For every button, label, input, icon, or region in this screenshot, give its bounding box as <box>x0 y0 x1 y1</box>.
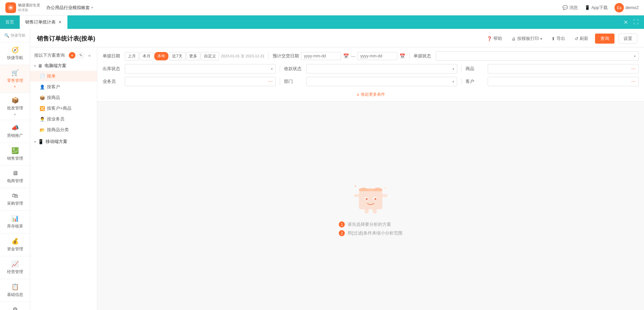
ship-state-group: 出库状态 ▾ <box>103 64 276 73</box>
purchase-label: 采购管理 <box>7 201 23 206</box>
retail-label: 零售管理 <box>7 78 23 84</box>
sidebar-item-sales[interactable]: 💹 销售管理 <box>0 143 30 166</box>
top-bar-right: 💬 消息 📱 App下载 Ea demo2 <box>562 3 639 12</box>
product-icon: 📦 <box>40 95 45 100</box>
divider-4 <box>461 65 462 72</box>
print-arrow-icon: ▾ <box>540 37 542 41</box>
empty-tip-1: 1 请先选择要分析的方案 <box>339 221 402 227</box>
refresh-icon: ↺ <box>575 36 578 41</box>
scheme-group-mobile-header[interactable]: ▾ 📱 移动端方案 <box>30 137 97 147</box>
ecommerce-icon: 🖥 <box>12 170 18 177</box>
right-panel: 单据日期 上月 本月 本年 近7天 更多 自定义 2023-01-01 至 20… <box>97 47 644 310</box>
by-customer-label: 按客户 <box>47 84 60 90</box>
scheme-group-pc-header[interactable]: ▾ 🖥 电脑端方案 <box>30 61 97 71</box>
basic-icon: 📋 <box>11 283 19 291</box>
help-btn[interactable]: ❓ 帮助 <box>484 34 505 43</box>
expected-date-start[interactable] <box>301 52 341 60</box>
category-icon: 📂 <box>40 127 45 133</box>
sidebar-item-shortcut[interactable]: 🧭 快捷导航 <box>0 42 30 65</box>
date-7days-btn[interactable]: 近7天 <box>169 52 185 60</box>
date-more-btn[interactable]: 更多 <box>186 52 200 60</box>
customer-label: 客户 <box>466 79 486 85</box>
retail-arrow: ▾ <box>14 85 16 88</box>
scheme-item-by-product[interactable]: 📦 按商品 <box>30 92 97 103</box>
scheme-edit-btn[interactable]: ✎ <box>77 52 84 59</box>
wholesale-label: 批发管理 <box>7 105 23 111</box>
scheme-item-by-customer-product[interactable]: 🔀 按客户+商品 <box>30 103 97 114</box>
export-btn[interactable]: ⬆ 导出 <box>549 34 568 43</box>
customer-more-icon: ··· <box>631 79 636 85</box>
query-btn[interactable]: 查询 <box>595 34 614 44</box>
inventory-label: 库存核算 <box>7 223 23 229</box>
order-icon: 📄 <box>40 74 45 79</box>
pc-group-icon: 🖥 <box>38 63 43 68</box>
scheme-item-by-order[interactable]: 📄 按单 <box>30 71 97 82</box>
wholesale-arrow: ▴ <box>14 112 16 116</box>
bill-state-arrow: ▾ <box>634 54 636 58</box>
sidebar-item-wholesale[interactable]: 📦 批发管理 ▴ <box>0 93 30 120</box>
filter-row-3: 业务员 ··· 部门 ▾ <box>103 77 639 86</box>
message-btn[interactable]: 💬 消息 <box>562 5 578 11</box>
filter-row-2: 出库状态 ▾ 收款状态 ▾ <box>103 64 639 73</box>
message-icon: 💬 <box>562 5 568 10</box>
date-custom-btn[interactable]: 自定义 <box>201 52 219 60</box>
sidebar: 🔍 快捷导航 🧭 快捷导航 🛒 零售管理 ▾ 📦 批发管理 ▴ 📣 营销推广 💹… <box>0 29 30 310</box>
date-this-month-btn[interactable]: 本月 <box>140 52 154 60</box>
date-range-text: 2023-01-01 至 2023-12-31 <box>221 54 265 59</box>
scheme-item-by-category[interactable]: 📂 按商品分类 <box>30 124 97 135</box>
goods-select[interactable]: ··· <box>488 64 639 73</box>
chevron-down-icon: ▾ <box>91 6 93 9</box>
scheme-add-btn[interactable]: + <box>69 52 75 59</box>
date-prev-month-btn[interactable]: 上月 <box>125 52 139 60</box>
pay-state-label: 收款状态 <box>284 66 304 72</box>
sidebar-item-purchase[interactable]: 🛍 采购管理 <box>0 188 30 211</box>
calendar-start-icon[interactable]: 📅 <box>343 53 349 59</box>
pay-state-select[interactable]: ▾ <box>306 64 457 73</box>
sidebar-item-inventory[interactable]: 📊 库存核算 <box>0 211 30 234</box>
dept-select[interactable]: ▾ <box>306 77 457 86</box>
scheme-item-by-salesman[interactable]: 👨‍💼 按业务员 <box>30 114 97 124</box>
refresh-btn[interactable]: ↺ 刷新 <box>572 34 591 43</box>
sidebar-item-operations[interactable]: 📈 经营管理 <box>0 256 30 279</box>
user-area[interactable]: Ea demo2 <box>614 3 639 12</box>
enterprise-selector[interactable]: 办公用品行业模拟账套 ▾ <box>44 3 96 12</box>
tip-text-2: 用[过滤]条件来缩小分析范围 <box>347 230 402 236</box>
bill-state-select[interactable]: ▾ <box>436 51 639 61</box>
customer-icon: 👤 <box>40 85 45 90</box>
scheme-group-mobile: ▾ 📱 移动端方案 <box>30 137 97 147</box>
logo-text: 畅捷通好生意 <box>18 3 40 7</box>
salesman-select[interactable]: ··· <box>125 77 276 86</box>
pc-group-label: 电脑端方案 <box>45 63 66 69</box>
calendar-end-icon[interactable]: 📅 <box>399 53 405 59</box>
sidebar-item-basic[interactable]: 📋 基础信息 <box>0 279 30 302</box>
expected-date-end[interactable] <box>357 52 397 60</box>
sidebar-item-ecommerce[interactable]: 🖥 电商管理 <box>0 166 30 188</box>
template-print-btn[interactable]: 🖨 按模板打印 ▾ <box>509 34 545 43</box>
settings-btn[interactable]: 设置 <box>619 34 637 44</box>
collapse-up-icon: ∧ <box>357 92 360 97</box>
customer-select[interactable]: ··· <box>488 77 639 86</box>
tip-text-1: 请先选择要分析的方案 <box>347 221 391 227</box>
sidebar-item-system[interactable]: ⚙ 系统管理 <box>0 302 30 310</box>
tab-minimize-btn[interactable]: ✕ <box>622 18 629 27</box>
sidebar-item-marketing[interactable]: 📣 营销推广 <box>0 120 30 143</box>
svg-rect-1 <box>359 191 382 209</box>
tab-sales-stat[interactable]: 销售订单统计表 ✕ <box>20 15 67 29</box>
scheme-collapse-btn[interactable]: « <box>86 52 93 59</box>
sidebar-item-retail[interactable]: 🛒 零售管理 ▾ <box>0 65 30 93</box>
sidebar-search-hint[interactable]: 🔍 快捷导航 <box>4 33 25 38</box>
scheme-item-by-customer[interactable]: 👤 按客户 <box>30 82 97 92</box>
print-icon: 🖨 <box>512 36 516 41</box>
search-label: 快捷导航 <box>11 33 25 38</box>
tab-maximize-btn[interactable]: ⛶ <box>632 18 640 27</box>
tip-num-2: 2 <box>339 230 345 236</box>
tab-home[interactable]: 首页 <box>0 15 20 29</box>
tab-close-icon[interactable]: ✕ <box>58 20 62 24</box>
collapse-btn[interactable]: ∧ 收起更多条件 <box>103 90 639 99</box>
tab-home-label: 首页 <box>5 19 14 25</box>
ship-state-select[interactable]: ▾ <box>125 64 276 73</box>
date-this-year-btn[interactable]: 本年 <box>154 52 168 60</box>
salesman-icon: 👨‍💼 <box>40 117 45 122</box>
sidebar-item-finance[interactable]: 💰 资金管理 <box>0 234 30 256</box>
app-download-btn[interactable]: 📱 App下载 <box>585 5 608 11</box>
